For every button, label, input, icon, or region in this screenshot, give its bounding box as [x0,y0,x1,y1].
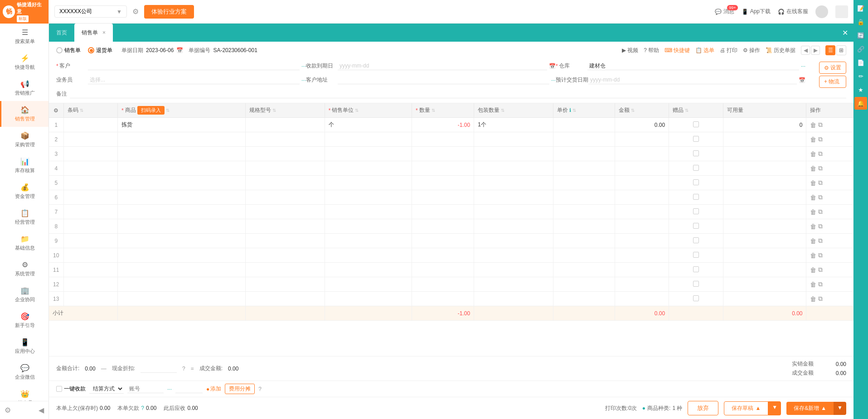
right-panel-alert[interactable]: 🔔 [854,97,867,110]
next-btn[interactable]: ▶ [811,46,820,55]
account-input[interactable] [127,385,164,393]
row-price[interactable] [553,277,615,292]
gift-checkbox[interactable] [693,165,699,171]
gift-checkbox[interactable] [693,136,699,142]
topbar-gear-icon[interactable]: ⚙ [131,5,141,18]
history-btn[interactable]: 📜 历史单据 [766,47,795,54]
online-service-button[interactable]: 🎧 在线客服 [778,8,808,15]
row-qty[interactable] [412,176,474,190]
row-price[interactable] [553,263,615,277]
sidebar-settings-icon[interactable]: ⚙ [5,406,11,414]
row-spec[interactable] [246,248,325,263]
row-unit[interactable]: 个 [325,118,412,132]
video-btn[interactable]: ▶ 视频 [622,47,638,54]
row-barcode[interactable] [63,234,118,248]
sidebar-item-quicknav[interactable]: ⚡ 快捷导航 [0,49,48,75]
row-amount[interactable] [615,292,669,306]
row-qty[interactable] [412,147,474,161]
select-btn[interactable]: 📋 选单 [695,47,714,54]
sidebar-item-member[interactable]: 👑 畅会员 [0,385,48,401]
message-button[interactable]: 💬 消息 99+ [715,8,734,15]
row-product[interactable] [118,190,246,205]
table-wrap[interactable]: ⚙ 条码⇅ * 商品 扫码录入 ⇅ [49,103,853,356]
copy-row-btn[interactable]: ⧉ [818,193,823,201]
expected-date-input[interactable] [588,76,797,84]
due-date-calendar-icon[interactable]: 📅 [549,63,556,69]
save-new-button[interactable]: 保存&新增 ▲ [786,402,834,415]
gift-checkbox[interactable] [693,295,699,301]
save-draft-arrow[interactable]: ▼ [768,401,781,415]
row-product[interactable] [118,248,246,263]
row-price[interactable] [553,118,615,132]
delete-row-btn[interactable]: 🗑 [810,135,816,143]
sort-price[interactable]: ⇅ [572,108,576,113]
row-amount[interactable] [615,161,669,176]
row-pack-qty[interactable] [474,263,553,277]
row-pack-qty[interactable]: 1个 [474,118,553,132]
row-product[interactable] [118,132,246,147]
row-gift[interactable] [669,161,723,176]
row-pack-qty[interactable] [474,277,553,292]
copy-row-btn[interactable]: ⧉ [818,251,823,259]
row-qty[interactable] [412,263,474,277]
row-price[interactable] [553,205,615,219]
row-barcode[interactable] [63,161,118,176]
delete-row-btn[interactable]: 🗑 [810,251,816,259]
sidebar-item-apps[interactable]: 📱 应用中心 [0,333,48,359]
row-pack-qty[interactable] [474,132,553,147]
row-amount[interactable] [615,234,669,248]
row-qty[interactable] [412,277,474,292]
due-date-input[interactable] [338,62,547,70]
row-price[interactable] [553,219,615,234]
row-barcode[interactable] [63,147,118,161]
customer-input[interactable] [88,62,300,70]
salesperson-dots[interactable]: ··· [301,77,306,83]
copy-row-btn[interactable]: ⧉ [818,266,823,274]
row-qty[interactable] [412,205,474,219]
salesperson-input[interactable] [88,76,300,84]
row-pack-qty[interactable] [474,248,553,263]
row-gift[interactable] [669,205,723,219]
product-type-radio[interactable]: ● [642,405,645,411]
row-spec[interactable] [246,132,325,147]
row-gift[interactable] [669,263,723,277]
row-unit[interactable] [325,277,412,292]
row-gift[interactable] [669,277,723,292]
row-unit[interactable] [325,234,412,248]
row-product[interactable] [118,161,246,176]
sidebar-item-corp[interactable]: 🏢 企业协同 [0,282,48,308]
logistics-button[interactable]: + 物流 [819,76,846,88]
row-product[interactable] [118,219,246,234]
delete-row-btn[interactable]: 🗑 [810,208,816,216]
row-barcode[interactable] [63,292,118,306]
row-pack-qty[interactable] [474,292,553,306]
delete-row-btn[interactable]: 🗑 [810,237,816,245]
row-barcode[interactable] [63,219,118,234]
sort-spec[interactable]: ⇅ [272,108,276,113]
row-spec[interactable] [246,147,325,161]
gift-checkbox[interactable] [693,150,699,156]
row-gift[interactable] [669,292,723,306]
sort-pack-qty[interactable]: ⇅ [501,108,504,113]
right-panel-pen[interactable]: ✏ [854,70,867,82]
row-gift[interactable] [669,248,723,263]
fee-help-icon[interactable]: ? [258,386,262,392]
cum-balance-icon[interactable]: ? [141,405,144,411]
right-panel-link[interactable]: 🔗 [854,43,867,55]
scan-button[interactable]: 扫码录入 [137,106,165,115]
gift-checkbox[interactable] [693,281,699,287]
gift-checkbox[interactable] [693,194,699,200]
sidebar-item-weixin[interactable]: 💬 企业微信 [0,359,48,385]
sidebar-item-guide[interactable]: 🎯 新手引导 [0,308,48,333]
one-pay-checkbox[interactable]: 一键收款 [56,385,86,393]
row-unit[interactable] [325,219,412,234]
delete-row-btn[interactable]: 🗑 [810,150,816,158]
sidebar-item-marketing[interactable]: 📢 营销推广 [0,75,48,101]
radio-sales[interactable]: 销售单 [56,47,81,54]
right-panel-refresh[interactable]: 🔄 [854,29,867,42]
row-barcode[interactable] [63,263,118,277]
copy-row-btn[interactable]: ⧉ [818,135,823,143]
row-price[interactable] [553,248,615,263]
add-button[interactable]: ● 添加 [206,385,221,393]
copy-row-btn[interactable]: ⧉ [818,295,823,303]
